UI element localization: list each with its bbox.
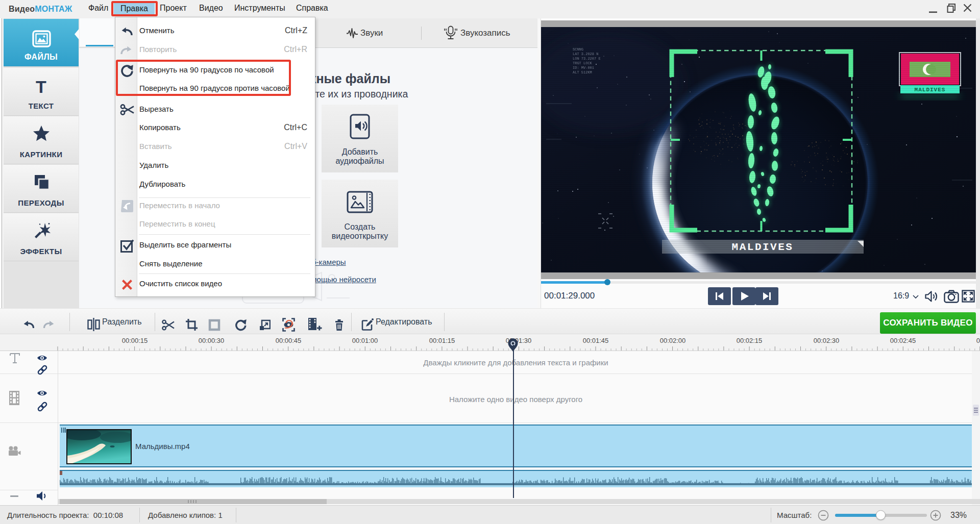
svg-text:MALDIVES: MALDIVES: [915, 87, 946, 93]
svg-text:MALDIVES: MALDIVES: [732, 241, 794, 253]
